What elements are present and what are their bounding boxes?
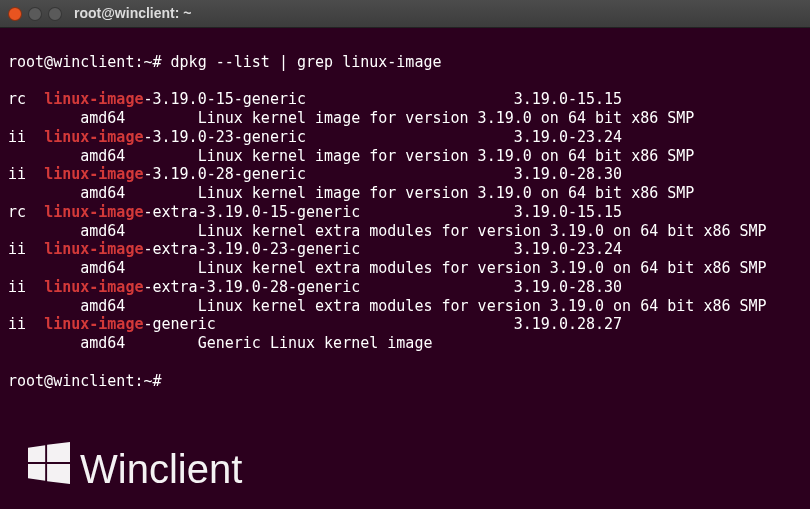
pkg-arch: amd64	[8, 259, 125, 277]
pkg-name-highlight: linux-image	[44, 90, 143, 108]
pkg-description: Linux kernel image for version 3.19.0 on…	[125, 109, 694, 127]
pkg-status: rc	[8, 203, 44, 221]
pkg-version: 3.19.0-23.24	[514, 240, 622, 258]
pkg-arch: amd64	[8, 222, 125, 240]
watermark-text: Winclient	[80, 444, 242, 494]
pkg-name-suffix: -3.19.0-28-generic	[143, 165, 513, 183]
pkg-name-highlight: linux-image	[44, 165, 143, 183]
pkg-name-highlight: linux-image	[44, 128, 143, 146]
output-line: amd64 Linux kernel image for version 3.1…	[8, 109, 802, 128]
pkg-arch: amd64	[8, 109, 125, 127]
pkg-version: 3.19.0-28.30	[514, 278, 622, 296]
minimize-icon[interactable]	[28, 7, 42, 21]
pkg-arch: amd64	[8, 297, 125, 315]
pkg-arch: amd64	[8, 334, 125, 352]
pkg-version: 3.19.0-15.15	[514, 90, 622, 108]
pkg-name-highlight: linux-image	[44, 203, 143, 221]
pkg-status: ii	[8, 278, 44, 296]
pkg-name-highlight: linux-image	[44, 315, 143, 333]
pkg-name-suffix: -3.19.0-15-generic	[143, 90, 513, 108]
window-title: root@winclient: ~	[74, 5, 192, 23]
close-icon[interactable]	[8, 7, 22, 21]
output-line: ii linux-image-extra-3.19.0-23-generic 3…	[8, 240, 802, 259]
terminal-output[interactable]: root@winclient:~# dpkg --list | grep lin…	[0, 28, 810, 415]
pkg-version: 3.19.0.28.27	[514, 315, 622, 333]
pkg-name-suffix: -generic	[143, 315, 513, 333]
window-controls	[8, 7, 62, 21]
output-line: amd64 Linux kernel extra modules for ver…	[8, 259, 802, 278]
pkg-name-suffix: -3.19.0-23-generic	[143, 128, 513, 146]
pkg-name-highlight: linux-image	[44, 240, 143, 258]
pkg-name-highlight: linux-image	[44, 278, 143, 296]
pkg-status: rc	[8, 90, 44, 108]
prompt-path: :~#	[134, 53, 161, 71]
output-line: amd64 Linux kernel image for version 3.1…	[8, 147, 802, 166]
pkg-description: Linux kernel extra modules for version 3…	[125, 259, 766, 277]
watermark: Winclient	[28, 442, 242, 495]
maximize-icon[interactable]	[48, 7, 62, 21]
pkg-version: 3.19.0-28.30	[514, 165, 622, 183]
prompt-userhost: root@winclient	[8, 53, 134, 71]
pkg-arch: amd64	[8, 147, 125, 165]
pkg-arch: amd64	[8, 184, 125, 202]
prompt-line: root@winclient:~# dpkg --list | grep lin…	[8, 53, 802, 72]
pkg-version: 3.19.0-15.15	[514, 203, 622, 221]
prompt-line: root@winclient:~#	[8, 372, 802, 391]
command-text: dpkg --list | grep linux-image	[162, 53, 442, 71]
output-line: amd64 Generic Linux kernel image	[8, 334, 802, 353]
output-line: rc linux-image-extra-3.19.0-15-generic 3…	[8, 203, 802, 222]
titlebar: root@winclient: ~	[0, 0, 810, 28]
output-line: amd64 Linux kernel image for version 3.1…	[8, 184, 802, 203]
pkg-name-suffix: -extra-3.19.0-28-generic	[143, 278, 513, 296]
output-line: ii linux-image-3.19.0-23-generic 3.19.0-…	[8, 128, 802, 147]
prompt-userhost: root@winclient	[8, 372, 134, 390]
pkg-status: ii	[8, 165, 44, 183]
output-line: rc linux-image-3.19.0-15-generic 3.19.0-…	[8, 90, 802, 109]
pkg-name-suffix: -extra-3.19.0-15-generic	[143, 203, 513, 221]
output-line: amd64 Linux kernel extra modules for ver…	[8, 297, 802, 316]
pkg-version: 3.19.0-23.24	[514, 128, 622, 146]
output-line: ii linux-image-3.19.0-28-generic 3.19.0-…	[8, 165, 802, 184]
pkg-description: Linux kernel extra modules for version 3…	[125, 297, 766, 315]
pkg-status: ii	[8, 128, 44, 146]
pkg-description: Linux kernel image for version 3.19.0 on…	[125, 147, 694, 165]
windows-logo-icon	[28, 442, 70, 495]
pkg-description: Linux kernel extra modules for version 3…	[125, 222, 766, 240]
output-line: ii linux-image-extra-3.19.0-28-generic 3…	[8, 278, 802, 297]
pkg-description: Linux kernel image for version 3.19.0 on…	[125, 184, 694, 202]
pkg-status: ii	[8, 315, 44, 333]
pkg-status: ii	[8, 240, 44, 258]
pkg-name-suffix: -extra-3.19.0-23-generic	[143, 240, 513, 258]
prompt-path: :~#	[134, 372, 161, 390]
output-line: ii linux-image-generic 3.19.0.28.27	[8, 315, 802, 334]
pkg-description: Generic Linux kernel image	[125, 334, 432, 352]
output-line: amd64 Linux kernel extra modules for ver…	[8, 222, 802, 241]
